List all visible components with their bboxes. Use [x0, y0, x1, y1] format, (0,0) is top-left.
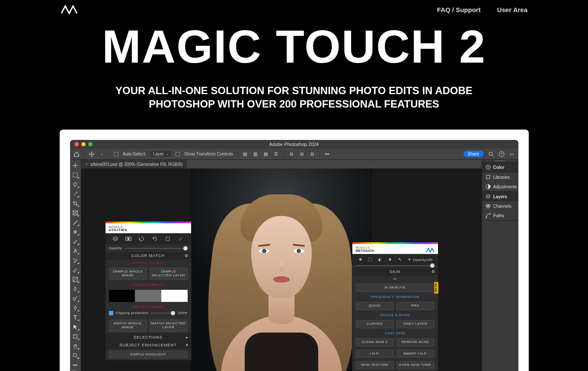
expand-icon[interactable]: ⛶	[367, 257, 374, 263]
show-transform-checkbox[interactable]	[176, 152, 180, 156]
brush-icon[interactable]: ✎	[396, 257, 403, 263]
magic-wand-tool[interactable]	[71, 190, 80, 198]
more-icon[interactable]: •••	[324, 151, 330, 157]
eraser-tool[interactable]	[71, 266, 80, 274]
match-whole-image-button[interactable]: MATCH WHOLE IMAGE	[109, 320, 147, 332]
zoom-tool[interactable]	[71, 352, 80, 359]
simple-highlight-button[interactable]: SIMPLE HIGHLIGHT	[109, 351, 188, 359]
hand-tool[interactable]	[71, 342, 80, 350]
layers-icon[interactable]	[112, 236, 119, 242]
recycle-icon[interactable]	[138, 236, 145, 242]
clean-skin-2-button[interactable]: CLEAN SKIN 2	[356, 338, 394, 346]
color-match-header[interactable]: COLOR MATCH⚙	[105, 252, 191, 260]
canvas[interactable]: MODULEUTILITIES Opacity	[81, 168, 482, 371]
subject-enhancement-header[interactable]: SUBJECT ENHANCEMENT▾	[105, 341, 191, 349]
refresh-icon[interactable]	[151, 236, 158, 242]
swatch-black[interactable]	[109, 290, 135, 302]
auto-select-checkbox[interactable]	[114, 152, 118, 156]
expand-icon[interactable]	[164, 236, 171, 242]
frame-tool[interactable]	[71, 209, 80, 217]
skin-texture-button[interactable]: SKIN TEXTURE	[356, 361, 394, 369]
shape-tool[interactable]	[71, 333, 80, 340]
edit-toolbar[interactable]: •••	[71, 361, 80, 369]
distribute-top-icon[interactable]: ⊟	[288, 151, 294, 157]
retouch-panel[interactable]: MODULERETOUCH ✥ ⛶ ◐ ❖ ✎ ✦ Opacity 100	[352, 242, 438, 371]
panel-header: MODULEUTILITIES	[105, 223, 191, 233]
skin-header[interactable]: SKIN⚙	[352, 268, 438, 276]
match-selected-layer-button[interactable]: MATCH SELECTED LAYER	[150, 320, 188, 332]
grey-layer-button[interactable]: GREY LAYER	[396, 320, 435, 328]
swatch-grey[interactable]	[135, 290, 161, 302]
align-right-icon[interactable]: ▤	[263, 151, 269, 157]
window-titlebar: Adobe Photoshop 2024	[70, 140, 518, 149]
nav-user-area[interactable]: User Area	[497, 6, 527, 13]
panel-color[interactable]: Color	[482, 162, 518, 172]
ai-skin-fix-button[interactable]: AI SKIN FIX	[356, 284, 435, 292]
align-left-icon[interactable]: ▤	[242, 151, 248, 157]
panel-libraries[interactable]: Libraries	[482, 172, 518, 182]
remove-acne-button[interactable]: REMOVE ACNE	[396, 338, 435, 346]
blur-tool[interactable]	[71, 285, 80, 293]
dropdown-icon[interactable]: ⌄	[99, 151, 105, 157]
share-button[interactable]: Share	[463, 151, 484, 157]
dodge-burn-label: DODGE & BURN	[352, 312, 438, 318]
curves-button[interactable]: CURVES	[356, 320, 394, 328]
wand-icon[interactable]: ✦	[406, 257, 413, 263]
align-justify-icon[interactable]: ☰	[273, 151, 279, 157]
ihp-button[interactable]: I.H.P.	[356, 350, 394, 358]
search-icon[interactable]	[488, 151, 494, 157]
panel-channels[interactable]: Channels	[482, 201, 518, 211]
window-title: Adobe Photoshop 2024	[70, 142, 518, 147]
sample-whole-image-button[interactable]: SAMPLE WHOLE IMAGE	[109, 268, 147, 280]
selections-header[interactable]: SELECTIONS▸	[105, 333, 191, 341]
eyedropper-tool[interactable]	[71, 219, 80, 226]
swatch-white[interactable]	[161, 290, 188, 302]
pro-button[interactable]: PRO	[396, 302, 435, 310]
lasso-tool[interactable]	[71, 181, 80, 188]
quick-button[interactable]: QUICK	[356, 302, 394, 310]
help-icon[interactable]: ?	[499, 151, 505, 157]
panel-layers[interactable]: Layers	[482, 192, 518, 201]
align-center-h-icon[interactable]: ▥	[252, 151, 259, 157]
marquee-tool[interactable]	[71, 171, 80, 179]
panel-adjustments[interactable]: Adjustments	[482, 182, 518, 191]
clipping-protection-row[interactable]: Clipping protection 100%	[105, 310, 191, 318]
brush-tool[interactable]	[71, 238, 80, 245]
type-tool[interactable]	[71, 314, 80, 321]
gear-icon[interactable]: ⚙	[185, 254, 189, 258]
move-icon[interactable]: ✥	[357, 257, 364, 263]
mask-icon[interactable]	[125, 236, 132, 242]
move-tool[interactable]	[71, 162, 80, 169]
even-skin-tone-button[interactable]: EVEN SKIN TONE	[396, 361, 435, 369]
history-brush-tool[interactable]	[71, 257, 80, 264]
document-tab[interactable]: × albine003.psd @ 200% (Generative Fill,…	[81, 160, 187, 168]
layer-select[interactable]: Layer⌄	[150, 151, 171, 157]
easy-skin-label: EASY SKIN	[352, 330, 438, 336]
nav-faq-support[interactable]: FAQ / Support	[437, 6, 481, 13]
wand-icon[interactable]	[177, 236, 184, 242]
smart-ihp-button[interactable]: SMART I.H.P.	[396, 350, 435, 358]
utilities-panel[interactable]: MODULEUTILITIES Opacity	[105, 221, 192, 361]
move-tool-icon[interactable]	[89, 151, 95, 157]
path-select-tool[interactable]	[71, 323, 80, 331]
sample-selected-layer-button[interactable]: SAMPLE SELECTED LAYER	[150, 268, 188, 280]
close-tab-icon[interactable]: ×	[86, 162, 88, 167]
mask-icon[interactable]: ◐	[377, 257, 383, 263]
dodge-tool[interactable]	[71, 295, 80, 302]
healing-brush-tool[interactable]	[71, 228, 80, 236]
clipping-checkbox[interactable]	[109, 311, 113, 315]
home-icon[interactable]	[74, 151, 80, 157]
gear-icon[interactable]: ⚙	[431, 270, 435, 274]
gradient-tool[interactable]	[71, 276, 80, 283]
distribute-middle-icon[interactable]: ⊟	[299, 151, 305, 157]
crop-tool[interactable]	[71, 200, 80, 207]
pen-tool[interactable]	[71, 304, 80, 312]
distribute-bottom-icon[interactable]: ⊟	[309, 151, 315, 157]
opacity-slider[interactable]: Opacity	[105, 244, 191, 252]
svg-point-15	[487, 166, 488, 167]
clone-stamp-tool[interactable]	[71, 247, 80, 255]
panel-paths[interactable]: Paths	[482, 211, 518, 220]
workspace-icon[interactable]: ▭	[509, 151, 515, 157]
logo[interactable]	[61, 5, 78, 14]
layers-icon[interactable]: ❖	[387, 257, 393, 263]
